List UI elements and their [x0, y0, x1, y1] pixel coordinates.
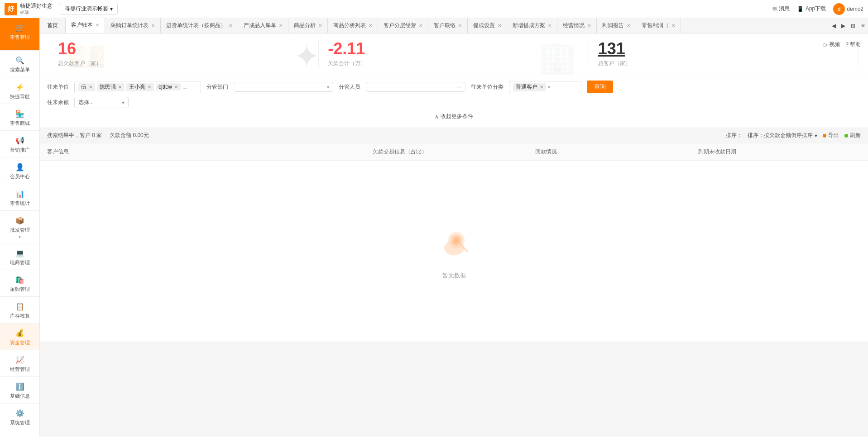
tab-close-零售利润[interactable]: ✕: [671, 23, 675, 28]
collapse-icon: ∧: [435, 114, 439, 120]
tab-经营情况[interactable]: 经营情况 ✕: [557, 18, 597, 33]
refresh-button[interactable]: 刷新: [844, 132, 861, 139]
filter-person-label: 分管人员: [339, 83, 360, 91]
messages-button[interactable]: ✉ 消息: [772, 5, 790, 13]
tab-close-经营[interactable]: ✕: [587, 23, 591, 28]
dept-chevron-icon: ▾: [327, 85, 329, 90]
person-input[interactable]: [370, 84, 457, 90]
top-bar: 好 畅捷通好生意 标版 母婴行业演示帐套 ▾ ✉ 消息 📱 App下载 d de…: [0, 0, 868, 18]
tab-close-客户联络[interactable]: ✕: [458, 23, 462, 28]
tab-商品分析[interactable]: 商品分析 ✕: [288, 18, 328, 33]
tab-home[interactable]: 首页: [40, 18, 66, 33]
tab-商品分析列表[interactable]: 商品分析列表 ✕: [328, 18, 378, 33]
sidebar-item-经营管理[interactable]: 📈 经营管理: [0, 350, 39, 377]
filter-unit-more[interactable]: ...: [182, 84, 187, 90]
remove-tag-陈民强[interactable]: ✕: [118, 85, 122, 90]
stat-debt-total: -2.11 欠款合计（万）: [319, 41, 589, 67]
chevron-down-icon: ▼: [18, 235, 22, 239]
store-selector[interactable]: 母婴行业演示帐套 ▾: [60, 3, 118, 15]
video-help-link[interactable]: ▷ 视频: [824, 41, 840, 48]
sidebar-item-企业协同[interactable]: 🤝 企业协同: [0, 430, 39, 437]
tab-客户联络[interactable]: 客户联络 ✕: [428, 18, 468, 33]
filter-class-label: 往来单位分类: [471, 83, 504, 91]
help-link[interactable]: ? 帮助: [845, 41, 861, 48]
tab-进货单统计表[interactable]: 进货单统计表（按商品） ✕: [161, 18, 238, 33]
filter-dept-label: 分管部门: [206, 83, 228, 91]
tab-客户分层经营[interactable]: 客户分层经营 ✕: [378, 18, 428, 33]
filter-dept-input[interactable]: ▾: [234, 82, 333, 92]
remove-tag-普通客户[interactable]: ✕: [540, 85, 543, 90]
tab-close-采购[interactable]: ✕: [151, 23, 155, 28]
tab-close-产成品[interactable]: ✕: [279, 23, 283, 28]
empty-illustration: [436, 223, 472, 259]
query-button[interactable]: 查询: [587, 81, 613, 93]
sidebar-item-库存核算[interactable]: 📋 库存核算: [0, 297, 39, 323]
tab-close-提成设置[interactable]: ✕: [498, 23, 501, 28]
stat-value-debt: -2.11: [328, 41, 365, 57]
table-header-到期: 到期未收款日期: [698, 148, 861, 156]
tab-bar-controls: ◀ ▶ ⊞ ✕: [829, 18, 868, 33]
sidebar-item-系统管理[interactable]: ⚙️ 系统管理: [0, 404, 39, 430]
filter-balance-select[interactable]: 选择... ▾: [74, 97, 129, 108]
sidebar-item-搜索菜单[interactable]: 🔍 搜索菜单: [0, 51, 39, 77]
tab-close-进货[interactable]: ✕: [229, 23, 232, 28]
table-header-回款: 回款情况: [535, 148, 698, 156]
empty-text: 暂无数据: [442, 271, 466, 280]
tab-prev-button[interactable]: ◀: [829, 18, 839, 33]
tab-close-新增提成[interactable]: ✕: [548, 23, 551, 28]
remove-tag-伍[interactable]: ✕: [89, 85, 92, 90]
sidebar-item-零售管理[interactable]: 🛒 零售管理 ▲: [0, 18, 39, 51]
filter-unit-tags[interactable]: 伍 ✕ 陈民强 ✕ 王小亮 ✕: [74, 81, 201, 93]
tab-客户账本[interactable]: 客户账本 ✕: [66, 18, 105, 33]
tab-close-商品分析[interactable]: ✕: [318, 23, 322, 28]
tab-提成设置[interactable]: 提成设置 ✕: [468, 18, 507, 33]
stat-value-all: 131: [598, 41, 625, 57]
sort-select[interactable]: 排序：按欠款金额倒序排序 ▾: [748, 132, 817, 139]
ecommerce-icon: 💻: [15, 249, 24, 257]
sidebar-item-快捷导航[interactable]: ⚡ 快捷导航: [0, 77, 39, 104]
tab-产成品入库单[interactable]: 产成品入库单 ✕: [238, 18, 288, 33]
operation-icon: 📈: [15, 356, 24, 364]
tab-零售利润[interactable]: 零售利润（ ✕: [636, 18, 681, 33]
app-download-button[interactable]: 📱 App下载: [797, 5, 826, 13]
tab-close-客户分层[interactable]: ✕: [419, 23, 422, 28]
shop-icon: 🏪: [15, 109, 24, 118]
tab-新增提成方案[interactable]: 新增提成方案 ✕: [507, 18, 557, 33]
sidebar-item-批发管理[interactable]: 📦 批发管理 ▼: [0, 211, 39, 243]
sidebar-item-基础信息[interactable]: ℹ️ 基础信息: [0, 377, 39, 404]
person-more-icon[interactable]: ···: [457, 84, 461, 90]
filter-person-input[interactable]: ···: [366, 82, 465, 92]
empty-state: 暂无数据: [436, 196, 472, 307]
finance-icon: 💰: [15, 329, 24, 337]
collapse-button[interactable]: ∧ 收起更多条件: [435, 113, 473, 120]
tab-close-商品分析列表[interactable]: ✕: [369, 23, 372, 28]
search-icon: 🔍: [15, 56, 24, 65]
help-buttons: ▷ 视频 ? 帮助: [824, 41, 861, 48]
main-content: 💴 ✦ 🏢 16 总欠款客户（家） -2.11 欠款合计（万） 131: [40, 33, 868, 437]
tab-expand-button[interactable]: ⊞: [848, 18, 858, 33]
remove-tag-王小亮[interactable]: ✕: [148, 85, 151, 90]
stat-value-customers: 16: [58, 41, 76, 57]
purchase-icon: 🛍️: [15, 276, 24, 284]
tab-close-利润[interactable]: ✕: [627, 23, 630, 28]
sidebar-item-电商管理[interactable]: 💻 电商管理: [0, 243, 39, 270]
export-button[interactable]: 导出: [823, 132, 839, 139]
sidebar-item-采购管理[interactable]: 🛍️ 采购管理: [0, 270, 39, 297]
sidebar-item-零售统计[interactable]: 📊 零售统计: [0, 184, 39, 211]
tab-利润报告[interactable]: 利润报告 ✕: [597, 18, 636, 33]
sidebar-item-营销推广[interactable]: 📢 营销推广: [0, 131, 39, 157]
tab-close-客户账本[interactable]: ✕: [96, 23, 99, 28]
sidebar-item-会员中心[interactable]: 👤 会员中心: [0, 157, 39, 184]
dept-input[interactable]: [238, 84, 327, 90]
remove-tag-cjttcw[interactable]: ✕: [174, 85, 178, 90]
tab-close-all-button[interactable]: ✕: [858, 18, 868, 33]
user-menu[interactable]: d demo2: [833, 3, 863, 15]
stat-label-all: 总客户（家）: [598, 60, 631, 67]
sidebar-item-零售商城[interactable]: 🏪 零售商城: [0, 104, 39, 131]
tab-next-button[interactable]: ▶: [839, 18, 848, 33]
sidebar-item-资金管理[interactable]: 💰 资金管理: [0, 323, 39, 350]
download-icon: 📱: [797, 6, 804, 12]
svg-point-3: [454, 238, 459, 243]
filter-class-input[interactable]: 普通客户 ✕ ▾: [509, 81, 581, 93]
tab-采购订单统计表[interactable]: 采购订单统计表 ✕: [105, 18, 161, 33]
